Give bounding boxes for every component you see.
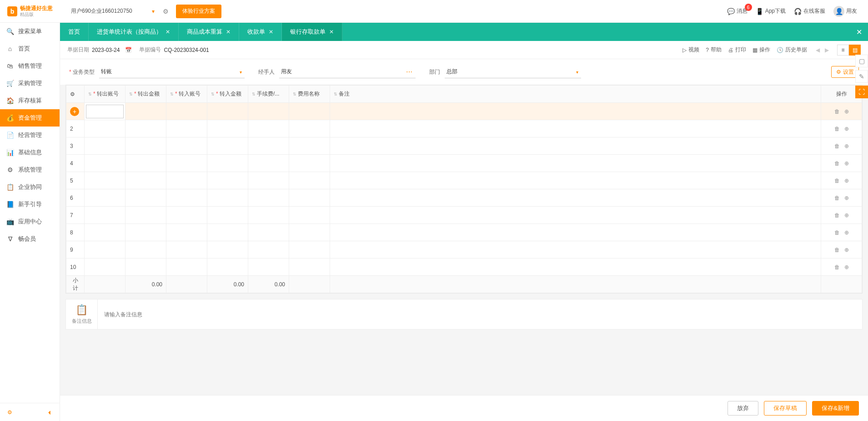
tab-2[interactable]: 商品成本重算✕	[179, 23, 239, 41]
handler-input[interactable]	[279, 66, 416, 78]
table-row[interactable]: 4🗑⊕	[66, 155, 862, 172]
table-row[interactable]: 10🗑⊕	[66, 259, 862, 276]
handler-label: 经手人	[258, 68, 275, 76]
row-delete-icon[interactable]: 🗑	[834, 195, 840, 201]
user-menu[interactable]: 👤 用友	[833, 6, 857, 17]
tab-close-icon[interactable]: ✕	[329, 29, 334, 35]
sidebar-item-7[interactable]: 📊基础信息	[0, 144, 60, 161]
sidebar-label: 应用中心	[18, 218, 42, 226]
doc-date-value[interactable]: 2023-03-24	[92, 47, 120, 53]
row-copy-icon[interactable]: ⊕	[844, 143, 849, 149]
history-icon: 🕓	[777, 47, 783, 53]
th-in-account[interactable]: ⇅*转入账号	[166, 86, 207, 103]
sidebar-collapse-icon[interactable]: ⏴	[47, 409, 52, 416]
operate-link[interactable]: ▦操作	[753, 46, 770, 54]
sidebar-icon: 🏠	[6, 97, 14, 104]
sidebar-item-8[interactable]: ⚙系统管理	[0, 161, 60, 178]
row-delete-icon[interactable]: 🗑	[834, 160, 840, 167]
app-download-link[interactable]: 📱 App下载	[756, 7, 786, 15]
rail-btn-expand[interactable]: ⛶	[855, 86, 868, 98]
table-row[interactable]: 8🗑⊕	[66, 224, 862, 241]
th-in-amount[interactable]: ⇅*转入金额	[207, 86, 248, 103]
tab-0[interactable]: 首页	[60, 23, 89, 41]
sidebar-settings-icon[interactable]: ⚙	[7, 409, 12, 416]
save-new-button[interactable]: 保存&新增	[812, 401, 859, 416]
remarks-input[interactable]	[98, 299, 862, 329]
messages-link[interactable]: 💬 消息 6	[727, 7, 748, 15]
form-settings-button[interactable]: ⚙设置	[831, 66, 859, 78]
sidebar-item-6[interactable]: 📄经营管理	[0, 127, 60, 144]
cell-input-out-account[interactable]	[86, 105, 124, 118]
sidebar-item-0[interactable]: 🔍搜索菜单	[0, 23, 60, 40]
calendar-icon[interactable]: 📅	[125, 47, 132, 53]
print-link[interactable]: 🖨打印	[728, 46, 746, 54]
row-delete-icon[interactable]: 🗑	[834, 229, 840, 236]
table-row[interactable]: 9🗑⊕	[66, 241, 862, 259]
sidebar-item-4[interactable]: 🏠库存核算	[0, 92, 60, 109]
view-card[interactable]: ▤	[849, 45, 861, 56]
row-copy-icon[interactable]: ⊕	[844, 247, 849, 253]
sidebar-item-11[interactable]: 📺应用中心	[0, 213, 60, 230]
tab-3[interactable]: 收款单✕	[239, 23, 282, 41]
row-delete-icon[interactable]: 🗑	[834, 108, 840, 115]
tab-4[interactable]: 银行存取款单✕	[282, 23, 342, 41]
row-copy-icon[interactable]: ⊕	[844, 195, 849, 201]
tenant-dropdown[interactable]: 用户690企业1660120750 ▾	[67, 5, 158, 18]
row-copy-icon[interactable]: ⊕	[844, 229, 849, 236]
row-delete-icon[interactable]: 🗑	[834, 126, 840, 132]
dept-input[interactable]	[445, 66, 581, 78]
row-delete-icon[interactable]: 🗑	[834, 178, 840, 184]
table-row[interactable]: 2🗑⊕	[66, 120, 862, 137]
online-service-link[interactable]: 🎧 在线客服	[794, 7, 825, 15]
table-row[interactable]: 3🗑⊕	[66, 137, 862, 155]
sidebar-item-9[interactable]: 📋企业协同	[0, 178, 60, 196]
row-copy-icon[interactable]: ⊕	[844, 264, 849, 270]
rail-btn-edit[interactable]: ✎	[855, 70, 868, 83]
tab-close-icon[interactable]: ✕	[269, 29, 273, 35]
row-copy-icon[interactable]: ⊕	[844, 178, 849, 184]
th-fee[interactable]: ⇅手续费/...	[248, 86, 289, 103]
next-doc[interactable]: ▶	[823, 47, 831, 53]
tab-close-icon[interactable]: ✕	[166, 29, 170, 35]
table-row[interactable]: 6🗑⊕	[66, 189, 862, 207]
th-fee-name[interactable]: ⇅费用名称	[289, 86, 330, 103]
tab-close-icon[interactable]: ✕	[226, 29, 231, 35]
sidebar-item-10[interactable]: 📘新手引导	[0, 196, 60, 213]
row-copy-icon[interactable]: ⊕	[844, 160, 849, 167]
add-row-button[interactable]: +	[70, 107, 79, 116]
sidebar-item-1[interactable]: ⌂首页	[0, 40, 60, 57]
sidebar-item-12[interactable]: ∇畅会员	[0, 230, 60, 248]
video-link[interactable]: ▷视频	[682, 46, 699, 54]
table-row[interactable]: 5🗑⊕	[66, 172, 862, 189]
history-link[interactable]: 🕓历史单据	[777, 46, 807, 54]
row-copy-icon[interactable]: ⊕	[844, 126, 849, 132]
row-delete-icon[interactable]: 🗑	[834, 264, 840, 270]
tenant-settings-icon[interactable]: ⚙	[163, 8, 169, 15]
row-delete-icon[interactable]: 🗑	[834, 212, 840, 218]
sidebar-icon: 📺	[6, 218, 14, 225]
th-remark[interactable]: ⇅备注	[330, 86, 821, 103]
save-draft-button[interactable]: 保存草稿	[764, 401, 807, 416]
sidebar-item-5[interactable]: 💰资金管理	[0, 109, 60, 127]
rail-btn-1[interactable]: ▢	[855, 55, 868, 67]
row-delete-icon[interactable]: 🗑	[834, 143, 840, 149]
table-row[interactable]: 7🗑⊕	[66, 207, 862, 224]
experience-button[interactable]: 体验行业方案	[176, 5, 221, 18]
biz-type-input[interactable]	[99, 66, 245, 78]
view-list[interactable]: ≡	[837, 45, 849, 56]
help-link[interactable]: ?帮助	[706, 46, 722, 54]
prev-doc[interactable]: ◀	[813, 47, 822, 53]
tab-1[interactable]: 进货单统计表（按商品）✕	[89, 23, 179, 41]
th-out-account[interactable]: ⇅*转出账号	[85, 86, 125, 103]
row-delete-icon[interactable]: 🗑	[834, 247, 840, 253]
th-out-amount[interactable]: ⇅*转出金额	[125, 86, 166, 103]
row-copy-icon[interactable]: ⊕	[844, 108, 849, 115]
tabs-close-all[interactable]: ✕	[850, 23, 868, 41]
row-copy-icon[interactable]: ⊕	[844, 212, 849, 218]
sidebar-item-3[interactable]: 🛒采购管理	[0, 75, 60, 92]
sidebar-item-2[interactable]: 🛍销售管理	[0, 57, 60, 75]
table-row[interactable]: +🗑⊕	[66, 103, 862, 120]
table-settings-icon[interactable]: ⚙	[66, 86, 85, 103]
dept-field: 部门 ▾	[429, 66, 581, 78]
discard-button[interactable]: 放弃	[728, 401, 758, 416]
